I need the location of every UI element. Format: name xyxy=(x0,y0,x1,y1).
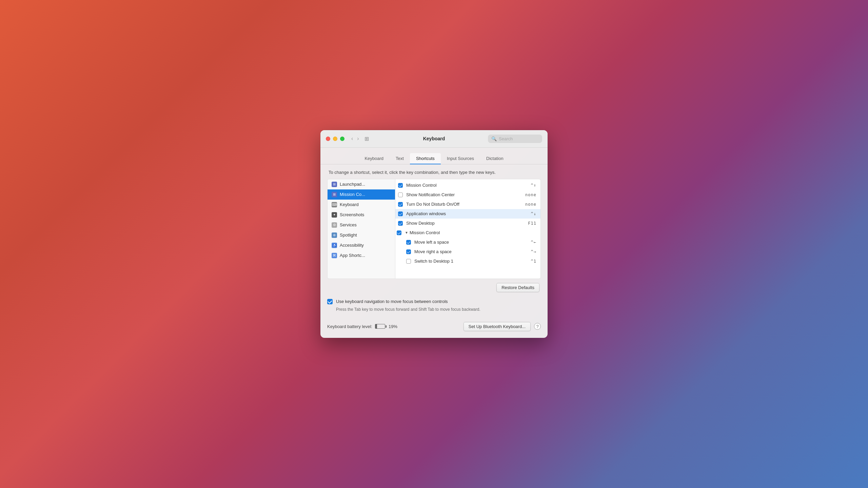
shortcuts-list: Mission Control ^↑ Show Notification Cen… xyxy=(395,179,540,267)
tab-keyboard[interactable]: Keyboard xyxy=(358,153,390,164)
key-show-desktop: F11 xyxy=(528,221,536,226)
checkbox-group-mission-control[interactable] xyxy=(397,230,401,235)
label-group-mission-control: Mission Control xyxy=(410,230,440,235)
shortcut-row-app-windows[interactable]: Application windows ^↓ xyxy=(395,209,540,219)
left-item-launchpad[interactable]: ⊞ Launchpad... xyxy=(328,179,395,189)
setup-bluetooth-button[interactable]: Set Up Bluetooth Keyboard... xyxy=(463,322,531,331)
label-notification: Show Notification Center xyxy=(406,192,525,197)
app-shortcuts-icon: ⌘ xyxy=(332,253,337,258)
battery-body xyxy=(375,324,385,329)
left-item-accessibility[interactable]: ♿ Accessibility xyxy=(328,240,395,250)
shortcut-row-switch-desktop-1[interactable]: Switch to Desktop 1 ^1 xyxy=(395,257,540,266)
label-dnd: Turn Do Not Disturb On/Off xyxy=(406,202,525,207)
keyboard-preferences-window: ‹ › ⊞ Keyboard 🔍 Search Keyboard Text Sh… xyxy=(320,130,548,338)
bottom-section: Use keyboard navigation to move focus be… xyxy=(320,292,548,312)
battery-label: Keyboard battery level: xyxy=(327,324,372,329)
tab-text[interactable]: Text xyxy=(390,153,410,164)
checkbox-move-right[interactable] xyxy=(406,249,411,254)
app-shortcuts-label: App Shortc... xyxy=(340,253,365,258)
label-move-right: Move right a space xyxy=(414,249,531,254)
checkbox-move-left[interactable] xyxy=(406,240,411,245)
split-pane: ⊞ Launchpad... ⊞ Mission Co... ⌨ Keyboar… xyxy=(327,179,541,279)
grid-button[interactable]: ⊞ xyxy=(363,135,370,143)
key-dnd: none xyxy=(525,202,536,207)
footer-right: Set Up Bluetooth Keyboard... ? xyxy=(463,322,541,331)
checkbox-mission-control[interactable] xyxy=(398,183,403,188)
group-header-mission-control[interactable]: ▼ Mission Control xyxy=(395,228,540,238)
minimize-button[interactable] xyxy=(333,137,337,141)
shortcut-row-mission-control[interactable]: Mission Control ^↑ xyxy=(395,181,540,190)
info-text: To change a shortcut, select it, click t… xyxy=(327,170,541,175)
left-item-services[interactable]: ⚙ Services xyxy=(328,220,395,230)
expand-arrow-icon: ▼ xyxy=(405,231,408,235)
battery-icon xyxy=(375,324,387,329)
mission-control-label: Mission Co... xyxy=(340,192,365,197)
search-icon: 🔍 xyxy=(491,136,497,141)
restore-area: Restore Defaults xyxy=(327,279,541,292)
shortcut-row-dnd[interactable]: Turn Do Not Disturb On/Off none xyxy=(395,200,540,209)
label-move-left: Move left a space xyxy=(414,240,531,245)
label-show-desktop: Show Desktop xyxy=(406,221,528,226)
battery-fill xyxy=(375,324,377,328)
battery-tip xyxy=(386,325,387,328)
services-label: Services xyxy=(340,222,357,227)
checkbox-show-desktop[interactable] xyxy=(398,221,403,226)
restore-defaults-button[interactable]: Restore Defaults xyxy=(496,283,539,292)
tab-bar: Keyboard Text Shortcuts Input Sources Di… xyxy=(320,148,548,164)
nav-buttons: ‹ › xyxy=(350,135,360,142)
window-title: Keyboard xyxy=(423,136,445,141)
key-move-left: ^← xyxy=(531,240,536,245)
close-button[interactable] xyxy=(326,137,330,141)
tab-dictation[interactable]: Dictation xyxy=(480,153,510,164)
back-button[interactable]: ‹ xyxy=(350,135,354,142)
right-pane: Mission Control ^↑ Show Notification Cen… xyxy=(395,179,540,279)
main-content: To change a shortcut, select it, click t… xyxy=(320,170,548,292)
shortcut-row-notification[interactable]: Show Notification Center none xyxy=(395,190,540,200)
left-item-spotlight[interactable]: ⊛ Spotlight xyxy=(328,230,395,240)
label-app-windows: Application windows xyxy=(406,211,531,216)
help-button[interactable]: ? xyxy=(534,323,541,330)
spotlight-icon: ⊛ xyxy=(332,232,337,238)
accessibility-label: Accessibility xyxy=(340,243,364,248)
keyboard-nav-sublabel: Press the Tab key to move focus forward … xyxy=(327,307,541,312)
shortcut-row-move-right[interactable]: Move right a space ^→ xyxy=(395,247,540,257)
footer: Keyboard battery level: 19% Set Up Bluet… xyxy=(320,317,548,331)
left-item-screenshots[interactable]: ✦ Screenshots xyxy=(328,210,395,220)
keyboard-nav-label: Use keyboard navigation to move focus be… xyxy=(336,299,448,304)
keyboard-icon: ⌨ xyxy=(332,202,337,207)
left-item-mission-control[interactable]: ⊞ Mission Co... xyxy=(328,189,395,200)
key-move-right: ^→ xyxy=(531,249,536,254)
fullscreen-button[interactable] xyxy=(340,137,344,141)
screenshots-label: Screenshots xyxy=(340,212,364,217)
tab-input-sources[interactable]: Input Sources xyxy=(441,153,480,164)
traffic-lights xyxy=(326,137,344,141)
keyboard-nav-row: Use keyboard navigation to move focus be… xyxy=(327,299,541,304)
key-app-windows: ^↓ xyxy=(531,211,536,216)
spotlight-label: Spotlight xyxy=(340,232,357,238)
key-mission-control: ^↑ xyxy=(531,183,536,188)
services-icon: ⚙ xyxy=(332,222,337,228)
screenshots-icon: ✦ xyxy=(332,212,337,218)
checkbox-app-windows[interactable] xyxy=(398,211,403,216)
forward-button[interactable]: › xyxy=(356,135,360,142)
shortcut-row-show-desktop[interactable]: Show Desktop F11 xyxy=(395,219,540,228)
left-item-keyboard[interactable]: ⌨ Keyboard xyxy=(328,200,395,210)
titlebar: ‹ › ⊞ Keyboard 🔍 Search xyxy=(320,130,548,148)
keyboard-nav-checkbox[interactable] xyxy=(327,299,333,304)
key-notification: none xyxy=(525,192,536,197)
key-switch-desktop-1: ^1 xyxy=(531,259,536,264)
battery-percent: 19% xyxy=(389,324,397,329)
shortcut-row-move-left[interactable]: Move left a space ^← xyxy=(395,238,540,247)
label-mission-control: Mission Control xyxy=(406,183,531,188)
left-item-app-shortcuts[interactable]: ⌘ App Shortc... xyxy=(328,250,395,261)
left-pane: ⊞ Launchpad... ⊞ Mission Co... ⌨ Keyboar… xyxy=(328,179,395,279)
search-box[interactable]: 🔍 Search xyxy=(488,135,542,143)
label-switch-desktop-1: Switch to Desktop 1 xyxy=(414,259,531,264)
checkbox-notification[interactable] xyxy=(398,192,403,197)
tab-shortcuts[interactable]: Shortcuts xyxy=(410,153,441,164)
checkbox-dnd[interactable] xyxy=(398,202,403,207)
search-placeholder: Search xyxy=(499,136,513,141)
checkbox-switch-desktop-1[interactable] xyxy=(406,259,411,264)
mission-control-icon: ⊞ xyxy=(332,192,337,197)
keyboard-label: Keyboard xyxy=(340,202,359,207)
